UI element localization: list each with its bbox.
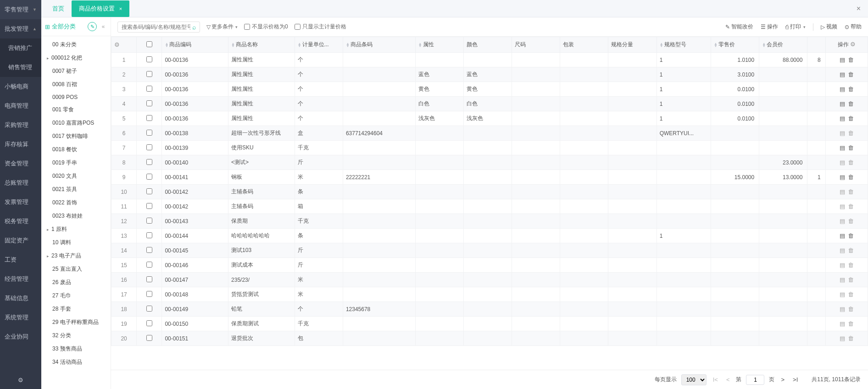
sidebar-item-13[interactable]: 企业协同	[0, 327, 41, 346]
row-checkbox[interactable]	[146, 262, 152, 268]
table-row[interactable]: 300-00136属性属性个黄色黄色10.0100▤🗑	[111, 82, 868, 97]
sidebar-sub-marketing[interactable]: 营销推广	[0, 38, 41, 58]
col-header[interactable]: 规格分量	[608, 37, 657, 53]
row-checkbox[interactable]	[146, 335, 152, 341]
tree-node[interactable]: 32 分类	[41, 329, 111, 342]
tree-node[interactable]: 10 调料	[41, 236, 111, 249]
prev-page-icon[interactable]: <	[724, 376, 732, 383]
table-row[interactable]: 1800-00149铅笔个12345678▤🗑	[111, 302, 868, 317]
col-header[interactable]: ▲▼属性	[415, 37, 463, 53]
row-delete-icon[interactable]: 🗑	[848, 100, 854, 107]
row-edit-icon[interactable]: ▤	[840, 335, 845, 342]
col-header[interactable]: ▲▼商品条码	[343, 37, 415, 53]
sidebar-item-11[interactable]: 基础信息	[0, 289, 41, 308]
row-delete-icon[interactable]: 🗑	[848, 174, 854, 181]
row-edit-icon[interactable]: ▤	[840, 306, 845, 312]
search-icon[interactable]: ⌕	[192, 23, 196, 31]
row-checkbox[interactable]	[146, 130, 152, 136]
edit-icon[interactable]: ✎	[88, 22, 97, 31]
col-header[interactable]: ▲▼会员价	[759, 37, 807, 53]
row-edit-icon[interactable]: ▤	[840, 86, 845, 93]
last-page-icon[interactable]: >I	[791, 376, 800, 383]
table-row[interactable]: 600-00138超细一次性弓形牙线盒637714294604QWERTYUI.…	[111, 126, 868, 141]
checkbox-main-unit-only[interactable]: 只显示主计量价格	[295, 23, 346, 31]
row-edit-icon[interactable]: ▤	[840, 100, 845, 107]
sidebar-item-6[interactable]: 发票管理	[0, 192, 41, 212]
expand-icon[interactable]: ▸	[47, 227, 51, 232]
col-header[interactable]: ⚙	[111, 37, 137, 53]
sidebar-item-0[interactable]: 小畅电商	[0, 77, 41, 96]
row-edit-icon[interactable]: ▤	[840, 320, 845, 327]
row-checkbox[interactable]	[146, 56, 152, 62]
row-delete-icon[interactable]: 🗑	[848, 115, 854, 122]
sort-icon[interactable]: ▲▼	[418, 43, 422, 47]
row-edit-icon[interactable]: ▤	[840, 115, 845, 122]
col-header[interactable]: ▲▼零售价	[711, 37, 759, 53]
row-edit-icon[interactable]: ▤	[840, 218, 845, 225]
first-page-icon[interactable]: I<	[711, 376, 720, 383]
sidebar-item-12[interactable]: 系统管理	[0, 308, 41, 327]
tree-node[interactable]: 0017 饮料咖啡	[41, 130, 111, 143]
table-row[interactable]: 1300-00144哈哈哈哈哈哈哈条1▤🗑	[111, 229, 868, 243]
row-checkbox[interactable]	[146, 174, 152, 180]
col-header[interactable]	[137, 37, 162, 53]
row-checkbox[interactable]	[146, 144, 152, 150]
sidebar-sub-sales[interactable]: 销售管理	[0, 58, 41, 77]
row-checkbox[interactable]	[146, 100, 152, 106]
row-delete-icon[interactable]: 🗑	[848, 232, 854, 239]
checkbox-hide-zero-price[interactable]: 不显示价格为0	[244, 23, 288, 31]
row-delete-icon[interactable]: 🗑	[848, 306, 854, 312]
row-delete-icon[interactable]: 🗑	[848, 130, 854, 137]
row-checkbox[interactable]	[146, 291, 152, 297]
sidebar-item-2[interactable]: 采购管理	[0, 115, 41, 135]
sidebar-group-wholesale[interactable]: 批发管理 ▲	[0, 19, 41, 38]
row-checkbox[interactable]	[146, 306, 152, 312]
tree-node[interactable]: 0010 嘉富路POS	[41, 116, 111, 130]
tree-node[interactable]: 33 预售商品	[41, 342, 111, 356]
col-header[interactable]: ▲▼规格型号	[657, 37, 711, 53]
sort-icon[interactable]: ▲▼	[660, 43, 663, 47]
sidebar-settings-icon[interactable]: ⚙	[0, 371, 41, 389]
col-header[interactable]: ▲▼商品编码	[162, 37, 228, 53]
table-row[interactable]: 1700-00148货抵货测试米▤🗑	[111, 287, 868, 302]
table-row[interactable]: 200-00136属性属性个蓝色蓝色13.0100▤🗑	[111, 67, 868, 82]
sort-icon[interactable]: ▲▼	[165, 43, 168, 47]
row-edit-icon[interactable]: ▤	[840, 291, 845, 298]
sidebar-item-3[interactable]: 库存核算	[0, 135, 41, 154]
operate-button[interactable]: ☰ 操作	[761, 23, 778, 31]
tree-node[interactable]: 26 废品	[41, 276, 111, 289]
col-header[interactable]: 包装	[560, 37, 608, 53]
table-row[interactable]: 900-00141钢板米2222222115.000013.00001▤🗑	[111, 170, 868, 185]
tree-title[interactable]: 全部分类	[52, 22, 88, 31]
sidebar-item-4[interactable]: 资金管理	[0, 154, 41, 173]
table-row[interactable]: 500-00136属性属性个浅灰色浅灰色10.0100▤🗑	[111, 111, 868, 126]
table-row[interactable]: 400-00136属性属性个白色白色10.0100▤🗑	[111, 97, 868, 111]
table-row[interactable]: 1400-00145测试103斤▤🗑	[111, 243, 868, 258]
tree-node[interactable]: 34 活动商品	[41, 356, 111, 369]
table-row[interactable]: 1900-00150保质期测试千克▤🗑	[111, 317, 868, 331]
tree-node[interactable]: 001 零食	[41, 103, 111, 116]
row-checkbox[interactable]	[146, 188, 152, 194]
table-row[interactable]: 700-00139使用SKU千克▤🗑	[111, 141, 868, 155]
tree-node[interactable]: 27 毛巾	[41, 289, 111, 302]
col-header[interactable]: ▲▼计量单位...	[295, 37, 343, 53]
row-checkbox[interactable]	[146, 320, 152, 326]
tabs-close-all-icon[interactable]: ×	[854, 4, 863, 14]
row-delete-icon[interactable]: 🗑	[848, 320, 854, 327]
row-delete-icon[interactable]: 🗑	[848, 188, 854, 195]
tab-price-setting[interactable]: 商品价格设置 ×	[72, 0, 129, 17]
checkbox-input[interactable]	[295, 24, 300, 30]
select-all-checkbox[interactable]	[146, 41, 152, 47]
row-delete-icon[interactable]: 🗑	[848, 86, 854, 93]
row-edit-icon[interactable]: ▤	[840, 159, 845, 166]
tab-home[interactable]: 首页	[45, 0, 72, 17]
row-edit-icon[interactable]: ▤	[840, 262, 845, 268]
table-row[interactable]: 100-00136属性属性个11.010088.00008▤🗑	[111, 53, 868, 67]
row-delete-icon[interactable]: 🗑	[848, 56, 854, 63]
row-delete-icon[interactable]: 🗑	[848, 335, 854, 342]
row-edit-icon[interactable]: ▤	[840, 232, 845, 239]
row-edit-icon[interactable]: ▤	[840, 247, 845, 254]
table-row[interactable]: 1600-00147235/23/米▤🗑	[111, 273, 868, 287]
close-icon[interactable]: ×	[119, 6, 122, 11]
data-table-wrapper[interactable]: ⚙▲▼商品编码▲▼商品名称▲▼计量单位...▲▼商品条码▲▼属性颜色尺码包装规格…	[111, 37, 868, 370]
